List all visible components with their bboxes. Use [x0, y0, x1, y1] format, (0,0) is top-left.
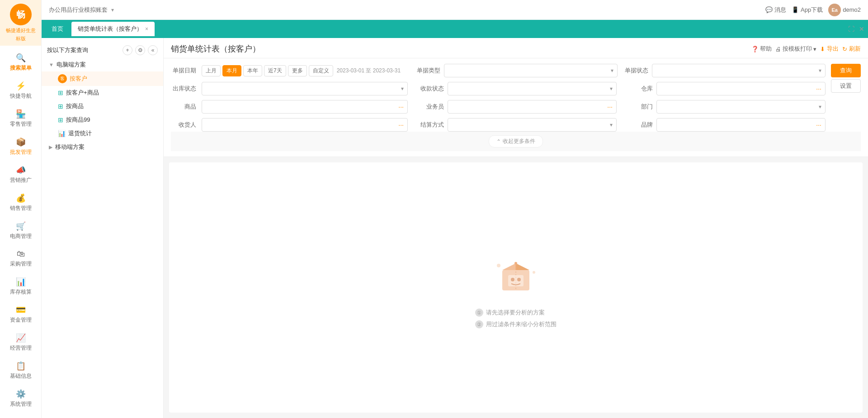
brand-select[interactable]: ···	[656, 118, 826, 132]
logo-icon: 畅	[10, 4, 32, 25]
sidebar-item-purchase[interactable]: 🛍 采购管理	[0, 245, 41, 272]
svg-point-4	[497, 264, 500, 267]
product99-icon: ⊞	[58, 116, 63, 124]
this-month-btn[interactable]: 本月	[222, 65, 241, 76]
tab-home-label: 首页	[52, 25, 63, 33]
print-icon: 🖨	[775, 46, 781, 52]
this-year-btn[interactable]: 本年	[243, 65, 262, 76]
last-month-btn[interactable]: 上月	[202, 65, 221, 76]
svg-marker-2	[516, 263, 529, 270]
sidebar-item-quick-nav[interactable]: ⚡ 快捷导航	[0, 76, 41, 104]
maximize-icon[interactable]: ⛶	[848, 25, 854, 33]
sidebar-item-retail[interactable]: 🏪 零售管理	[0, 104, 41, 133]
salesperson-dots[interactable]: ···	[607, 103, 613, 110]
warehouse-select[interactable]: ···	[656, 82, 826, 95]
settlement-chevron: ▾	[610, 122, 613, 128]
sidebar-item-search-label: 搜索菜单	[10, 64, 32, 72]
return-stats-icon: 📊	[58, 130, 66, 137]
sidebar-item-operations-label: 经营管理	[10, 344, 32, 352]
bill-status-select[interactable]: ▾	[652, 64, 826, 77]
empty-step1-text: 请先选择要分析的方案	[486, 307, 545, 318]
template-print-label: 按模板打印	[783, 45, 812, 53]
salesperson-select[interactable]: ···	[448, 100, 617, 114]
receipt-status-chevron: ▾	[610, 86, 613, 92]
sidebar-item-marketing[interactable]: 📣 营销推广	[0, 161, 41, 189]
ecommerce-icon: 🛒	[16, 221, 26, 231]
sidebar-item-sales[interactable]: 💰 销售管理	[0, 189, 41, 217]
tree-item-by-product[interactable]: ⊞ 按商品	[42, 100, 163, 113]
topbar-actions-right: 💬 消息 📱 App下载 Ea demo2	[765, 4, 861, 16]
custom-btn[interactable]: 自定义	[309, 65, 333, 76]
tree-desktop-scheme[interactable]: ▼ 电脑端方案	[42, 58, 163, 71]
user-avatar: Ea	[828, 4, 841, 16]
settlement-label: 结算方式	[419, 121, 444, 129]
sidebar-item-ecommerce[interactable]: 🛒 电商管理	[0, 217, 41, 245]
tree-desktop-scheme-label: 电脑端方案	[57, 61, 86, 69]
content-area: 按以下方案查询 + ⚙ « ▼ 电脑端方案 客 按客户 ⊞ 按客户+商品	[42, 38, 868, 418]
tree-item-return-stats[interactable]: 📊 退货统计	[42, 127, 163, 140]
messages-label: 消息	[774, 6, 786, 14]
tree-item-by-customer[interactable]: 客 按客户	[42, 71, 163, 86]
tree-item-by-product99[interactable]: ⊞ 按商品99	[42, 113, 163, 127]
logo-subtitle: 标版	[16, 35, 26, 42]
sidebar-item-collab[interactable]: 🤝 企业协同	[0, 413, 41, 418]
help-icon: ❓	[751, 46, 759, 52]
sidebar-item-finance[interactable]: 💳 资金管理	[0, 300, 41, 328]
department-select[interactable]: ▾	[656, 100, 826, 114]
tree-item-by-customer-product[interactable]: ⊞ 按客户+商品	[42, 86, 163, 100]
template-print-dropdown-icon[interactable]: ▾	[813, 46, 816, 52]
sidebar-item-wholesale[interactable]: 📦 批发管理	[0, 133, 41, 161]
sidebar-item-search[interactable]: 🔍 搜索菜单	[0, 48, 41, 76]
export-button[interactable]: ⬇ 导出	[820, 45, 839, 53]
more-btn[interactable]: 更多	[288, 65, 307, 76]
settings-button[interactable]: 设置	[831, 79, 861, 93]
help-label: 帮助	[760, 45, 772, 53]
add-scheme-button[interactable]: +	[123, 45, 132, 55]
user-profile[interactable]: Ea demo2	[828, 4, 861, 16]
tree-mobile-scheme[interactable]: ▶ 移动端方案	[42, 140, 163, 154]
sidebar-item-system[interactable]: ⚙️ 系统管理	[0, 385, 41, 413]
warehouse-dots[interactable]: ···	[816, 85, 821, 92]
topbar-dropdown-icon[interactable]: ▾	[111, 7, 114, 13]
app-download-button[interactable]: 📱 App下载	[792, 6, 823, 14]
tab-sales-stats[interactable]: 销货单统计表（按客户） ×	[71, 22, 155, 36]
wholesale-icon: 📦	[16, 137, 26, 147]
svg-point-8	[517, 278, 521, 281]
receipt-status-select[interactable]: ▾	[448, 82, 617, 95]
left-panel-title: 按以下方案查询	[47, 46, 88, 54]
template-print-button[interactable]: 🖨 按模板打印 ▾	[775, 45, 816, 53]
collapse-panel-button[interactable]: «	[148, 45, 158, 55]
last7-btn[interactable]: 近7天	[264, 65, 286, 76]
step1-num: ①	[475, 309, 483, 317]
left-panel: 按以下方案查询 + ⚙ « ▼ 电脑端方案 客 按客户 ⊞ 按客户+商品	[42, 38, 164, 418]
close-window-icon[interactable]: ✕	[859, 25, 864, 33]
settings-scheme-button[interactable]: ⚙	[135, 45, 145, 55]
left-panel-header: 按以下方案查询 + ⚙ «	[42, 43, 163, 58]
date-bar: 上月 本月 本年 近7天 更多 自定义 2023-03-01 至 2023-03…	[202, 65, 401, 76]
bill-type-select[interactable]: ▾	[444, 64, 618, 77]
product-dots[interactable]: ···	[398, 103, 404, 110]
tab-close-icon[interactable]: ×	[145, 26, 148, 32]
product-select[interactable]: ···	[202, 100, 408, 114]
empty-step-1: ① 请先选择要分析的方案	[475, 307, 557, 318]
sidebar-item-inventory[interactable]: 📊 库存核算	[0, 272, 41, 300]
messages-button[interactable]: 💬 消息	[765, 6, 786, 14]
sidebar-item-basics[interactable]: 📋 基础信息	[0, 356, 41, 385]
bill-status-label: 单据状态	[623, 66, 648, 75]
download-icon: 📱	[792, 6, 799, 13]
tab-home[interactable]: 首页	[45, 22, 70, 36]
query-button[interactable]: 查询	[831, 64, 861, 77]
settlement-select[interactable]: ▾	[448, 118, 617, 132]
step2-num: ②	[475, 320, 483, 328]
collapse-button[interactable]: ⌃ 收起更多条件	[489, 135, 543, 147]
receiver-select[interactable]: ···	[202, 118, 408, 132]
brand-dots[interactable]: ···	[816, 121, 821, 128]
out-status-select[interactable]: ▾	[202, 82, 408, 95]
receiver-dots[interactable]: ···	[398, 121, 404, 128]
help-button[interactable]: ❓ 帮助	[751, 45, 772, 53]
receipt-status-label: 收款状态	[419, 85, 444, 93]
refresh-button[interactable]: ↻ 刷新	[842, 45, 861, 53]
department-label: 部门	[627, 103, 653, 111]
sidebar-item-sales-label: 销售管理	[10, 204, 32, 212]
sidebar-item-operations[interactable]: 📈 经营管理	[0, 328, 41, 356]
